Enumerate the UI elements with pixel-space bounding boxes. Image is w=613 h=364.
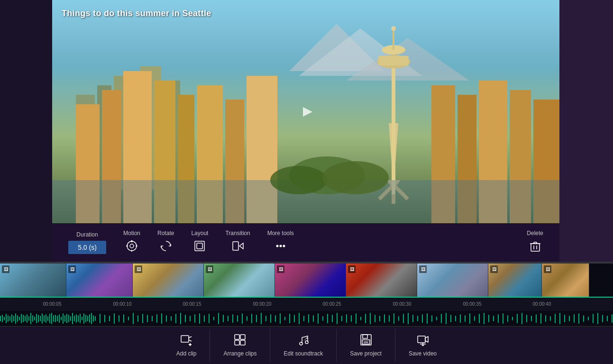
svg-point-23 [377, 55, 410, 68]
svg-rect-169 [375, 315, 375, 322]
svg-rect-194 [493, 316, 494, 321]
svg-line-221 [189, 337, 192, 338]
clip-9[interactable]: 🖼 [542, 264, 589, 297]
svg-rect-225 [235, 335, 239, 339]
svg-rect-107 [89, 314, 90, 323]
svg-rect-186 [455, 316, 456, 321]
svg-rect-7 [140, 66, 161, 190]
clip-5[interactable]: 🖼 [275, 264, 346, 297]
svg-rect-172 [389, 315, 390, 322]
svg-rect-126 [171, 316, 172, 321]
svg-marker-49 [239, 243, 243, 249]
svg-rect-105 [85, 315, 86, 322]
svg-rect-101 [78, 315, 79, 322]
time-mark-6: 00:00:30 [393, 301, 412, 307]
more-tools-icon [274, 239, 287, 255]
svg-rect-66 [11, 314, 12, 323]
svg-line-19 [379, 185, 393, 199]
svg-rect-71 [21, 314, 22, 323]
svg-point-229 [300, 342, 302, 345]
arrange-clips-button[interactable]: Arrange clips [210, 329, 270, 362]
clip-2[interactable]: 🖼 [66, 264, 133, 297]
layout-tool[interactable]: Layout [183, 227, 217, 258]
svg-rect-212 [578, 313, 579, 324]
svg-rect-114 [114, 313, 115, 324]
svg-rect-175 [403, 314, 404, 323]
svg-rect-72 [23, 315, 24, 322]
layout-label: Layout [191, 230, 208, 237]
svg-rect-77 [32, 315, 33, 322]
clip-8[interactable]: 🖼 [488, 264, 542, 297]
svg-rect-135 [213, 317, 214, 320]
svg-rect-4 [76, 95, 95, 190]
svg-rect-102 [80, 314, 81, 323]
save-project-icon [360, 334, 372, 348]
svg-point-34 [289, 156, 365, 194]
svg-rect-161 [337, 313, 338, 324]
svg-rect-237 [418, 336, 425, 343]
svg-rect-145 [261, 313, 262, 324]
svg-rect-131 [194, 314, 195, 323]
svg-rect-133 [204, 315, 205, 322]
svg-rect-162 [341, 316, 342, 321]
svg-rect-12 [154, 81, 175, 223]
svg-rect-158 [322, 316, 323, 321]
edit-soundtrack-button[interactable]: Edit soundtrack [270, 329, 337, 362]
svg-marker-17 [389, 123, 398, 190]
clip-4[interactable]: 🖼 [204, 264, 275, 297]
svg-rect-30 [479, 81, 507, 223]
time-mark-7: 00:00:35 [463, 301, 482, 307]
layout-icon [193, 239, 206, 255]
delete-icon [529, 239, 542, 255]
save-video-button[interactable]: Save video [395, 329, 450, 362]
more-tools-tool[interactable]: More tools [259, 227, 302, 258]
svg-rect-196 [503, 313, 503, 324]
svg-rect-210 [569, 316, 570, 321]
clip-3-icon: 🖼 [135, 265, 142, 273]
svg-rect-116 [123, 314, 124, 323]
svg-rect-208 [559, 313, 560, 324]
svg-rect-8 [164, 81, 180, 190]
motion-tool[interactable]: Motion [115, 227, 149, 258]
svg-rect-106 [87, 316, 88, 321]
svg-rect-178 [417, 316, 418, 321]
svg-rect-209 [564, 315, 565, 322]
time-mark-5: 00:00:25 [323, 301, 341, 307]
transition-tool[interactable]: Transition [217, 227, 258, 258]
svg-rect-28 [431, 85, 455, 223]
duration-input[interactable] [68, 241, 106, 254]
svg-rect-149 [280, 313, 281, 324]
svg-line-222 [189, 340, 192, 341]
time-mark-3: 00:00:15 [183, 301, 201, 307]
add-clip-label: Add clip [176, 350, 197, 357]
play-button[interactable] [294, 100, 318, 124]
svg-rect-136 [218, 313, 219, 324]
svg-rect-168 [370, 313, 371, 324]
svg-rect-137 [223, 315, 224, 322]
clip-1[interactable]: 🖼 [0, 264, 66, 297]
rotate-tool[interactable]: Rotate [149, 227, 183, 258]
svg-rect-174 [398, 316, 399, 321]
svg-rect-140 [237, 315, 238, 322]
save-video-label: Save video [409, 350, 437, 357]
svg-rect-80 [38, 315, 39, 322]
svg-rect-124 [161, 313, 162, 324]
delete-tool[interactable]: Delete [518, 227, 552, 258]
svg-rect-193 [488, 315, 489, 322]
audio-waveform [0, 311, 613, 326]
clip-3[interactable]: 🖼 [133, 264, 204, 297]
clip-6[interactable]: 🖼 [346, 264, 417, 297]
clip-7[interactable]: 🖼 [417, 264, 488, 297]
save-project-button[interactable]: Save project [337, 329, 395, 362]
svg-rect-53 [531, 244, 540, 251]
svg-rect-148 [275, 315, 276, 322]
waveform-svg [0, 311, 613, 326]
svg-rect-15 [225, 100, 244, 223]
svg-rect-88 [53, 315, 54, 322]
time-mark-1: 00:00:05 [43, 301, 62, 307]
svg-rect-219 [612, 314, 613, 323]
add-clip-button[interactable]: Add clip [163, 329, 210, 362]
svg-rect-185 [450, 315, 451, 322]
video-title: Things to do this summer in Seattle [62, 9, 211, 18]
svg-rect-87 [51, 313, 52, 324]
